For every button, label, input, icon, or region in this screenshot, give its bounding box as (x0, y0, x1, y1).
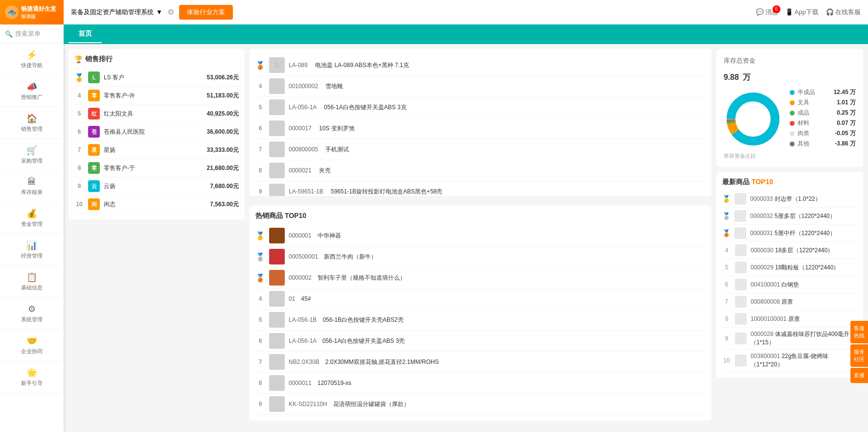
new-product-4[interactable]: 4 0000030 18多层（1220*2440） (722, 242, 857, 259)
new-product-2[interactable]: 🥈 0000032 5厘多层（1220*2440） (722, 208, 857, 225)
system-title-dropdown[interactable]: 装备及固定资产辅助管理系统 ▼ (71, 8, 162, 17)
hot-product-6[interactable]: 6 LA-056-1A 056-1A白色按键开关盖ABS 3壳 (255, 331, 706, 352)
hot-info-6: LA-056-1A 056-1A白色按键开关盖ABS 3壳 (289, 337, 706, 345)
float-buttons: 客服热线 服务社区 直播 (850, 321, 868, 383)
hot-product-8[interactable]: 8 0000011 12070519-xs (255, 373, 706, 394)
community-label: 服务社区 (854, 349, 865, 362)
new-product-6[interactable]: 6 004100001 白钢垫 (722, 276, 857, 293)
settings-icon[interactable]: ⚙ (167, 7, 174, 17)
hot-img-2 (269, 249, 285, 264)
new-product-7[interactable]: 7 000800008 原查 (722, 293, 857, 311)
online-service[interactable]: 🎧 在线客服 (826, 8, 861, 17)
hot-product-9[interactable]: 9 KK-SD22110H 花语萌恒温分罐罐袋（厚款） (255, 394, 706, 415)
float-btn-broadcast[interactable]: 直播 (850, 368, 868, 383)
product-info-3: LA-089 电池盖 LA-089 ABS本色+黑种 7.1克 (289, 61, 706, 70)
rank-avatar-1: L (88, 72, 100, 83)
rank-name-1: LS 客户 (104, 73, 203, 82)
rank-item-3[interactable]: 5 红 红太阳文具 40,925.00元 (74, 105, 239, 123)
sidebar-nav-quick-nav[interactable]: ⚡ 快捷导航 (0, 44, 64, 75)
rank-num-4: 6 (74, 128, 84, 135)
rank-item-8[interactable]: 10 闲 闲态 7,563.00元 (74, 195, 239, 214)
sidebar-nav-finance[interactable]: 💰 资金管理 (0, 202, 64, 234)
system-label: 系统管理 (21, 316, 43, 323)
rank-num-3: 5 (74, 110, 84, 117)
hot-info-9: KK-SD22110H 花语萌恒温分罐罐袋（厚款） (289, 400, 706, 408)
product-info-7: 000800005 手机测试 (289, 145, 706, 154)
hot-product-2[interactable]: 🥈 000500001 新西兰牛肉（新牛） (255, 246, 706, 267)
sidebar-nav-basic[interactable]: 📋 基础信息 (0, 266, 64, 298)
messages-badge[interactable]: 💬 消息 6 (756, 8, 778, 17)
new-product-img-2 (734, 210, 746, 222)
rank-item-2[interactable]: 4 零 零售客户-许 51,183.00元 (74, 87, 239, 105)
rank-item-7[interactable]: 9 云 云扬 7,680.00元 (74, 177, 239, 195)
inventory-label: 库存核算 (21, 189, 43, 196)
hot-info-1: 0000001 中华神器 (289, 232, 706, 240)
product-info-4: 001000002 雪地靴 (289, 82, 706, 91)
rank-num-2: 4 (74, 92, 84, 99)
legend-dot-2 (790, 111, 795, 116)
new-product-8[interactable]: 8 10000100001 原查 (722, 311, 857, 328)
new-product-1[interactable]: 🥇 0000033 封边带（1.0*22） (722, 191, 857, 208)
hot-products-title: 热销商品 TOP10 (255, 212, 706, 220)
product-rank-7[interactable]: 7 000800005 手机测试 (255, 139, 706, 160)
new-product-img-4 (735, 244, 747, 256)
new-product-9[interactable]: 9 0000028 体减嘉枝味苏打饮品400毫升（1*15） (722, 328, 857, 350)
trial-button[interactable]: 体验行业方案 (179, 5, 233, 20)
logo-sub: 标准版 (21, 13, 56, 20)
new-product-5[interactable]: 5 0000029 18颗粒板（1220*2440） (722, 259, 857, 276)
sidebar-nav-guide[interactable]: 🌟 新手引导 (0, 361, 64, 393)
product-img-7 (269, 142, 285, 157)
legend-value-1: 1.01 万 (826, 98, 856, 107)
rank-item-4[interactable]: 6 苍 苍南县人民医院 36,600.00元 (74, 123, 239, 141)
app-download[interactable]: 📱 App下载 (785, 8, 819, 17)
product-img-8 (269, 163, 285, 178)
rank-avatar-7: 云 (88, 180, 100, 192)
rank-item-1[interactable]: 🥇 L LS 客户 53,006.26元 (74, 69, 239, 87)
content-area: 🏆 销售排行 🥇 L LS 客户 53,006.26元 4 零 零售客户-许 5… (64, 44, 868, 432)
rank-name-4: 苍南县人民医院 (104, 128, 203, 136)
hot-product-4[interactable]: 4 01 45# (255, 288, 706, 310)
product-rank-8[interactable]: 8 0000021 夹壳 (255, 160, 706, 181)
hot-product-7[interactable]: 7 NB2.0X30B 2.0X30MM双搓花轴,搓花直径2.1MM/ROHS (255, 352, 706, 373)
sidebar-search[interactable]: 🔍 搜索菜单 (0, 24, 64, 44)
tab-home[interactable]: 首页 (69, 25, 102, 43)
hot-product-3[interactable]: 🥉 0000002 智利车子里（规格不知道填什么） (255, 267, 706, 288)
search-label: 搜索菜单 (15, 29, 41, 38)
hot-img-5 (269, 312, 285, 328)
sidebar-nav-sales[interactable]: 🏠 销售管理 (0, 107, 64, 139)
rank-avatar-5: 星 (88, 144, 100, 156)
legend-label-3: 材料 (798, 119, 823, 127)
rank-item-5[interactable]: 7 星 星扬 33,333.00元 (74, 141, 239, 159)
hot-product-5[interactable]: 5 LA-056-1B 056-1B白色按键开关壳ABS2壳 (255, 310, 706, 331)
online-service-label: 在线客服 (835, 8, 861, 17)
hot-img-1 (269, 228, 285, 243)
product-rank-6[interactable]: 6 0000017 10S 变刹罗煞 (255, 118, 706, 139)
sidebar-nav-cooperation[interactable]: 🤝 企业协同 (0, 330, 64, 361)
float-btn-service[interactable]: 客服热线 (850, 321, 868, 343)
rank-amount-8: 7,563.00元 (210, 200, 239, 209)
product-rank-4[interactable]: 4 001000002 雪地靴 (255, 76, 706, 97)
rank-amount-3: 40,925.00元 (207, 110, 239, 118)
product-rank-3[interactable]: 🥉 G LA-089 电池盖 LA-089 ABS本色+黑种 7.1克 (255, 55, 706, 76)
new-product-img-3 (734, 227, 746, 239)
sidebar-nav-system[interactable]: ⚙ 系统管理 (0, 298, 64, 330)
legend-value-2: 0.25 万 (826, 109, 856, 117)
rank-name-2: 零售客户-许 (104, 92, 203, 100)
rank-avatar-3: 红 (88, 108, 100, 120)
new-product-3[interactable]: 🥉 0000031 5厘中纤（1220*2440） (722, 225, 857, 242)
hot-product-1[interactable]: 🥇 0000001 中华神器 (255, 225, 706, 246)
rank-amount-2: 51,183.00元 (207, 92, 239, 100)
product-rank-9[interactable]: 9 LA-59651-1B 59651-1B旋转投影灯电池盒ABS黑色+58壳 (255, 181, 706, 196)
rank-amount-1: 53,006.26元 (207, 73, 239, 82)
sidebar-nav-inventory[interactable]: 🏛 库存核算 (0, 171, 64, 202)
product-rank-5[interactable]: 5 LA-056-1A 056-1A白色按键开关盖ABS 3克 (255, 97, 706, 118)
sidebar-nav-marketing[interactable]: 📣 营销推广 (0, 75, 64, 107)
new-product-10[interactable]: 10 003800001 22g鱼豆腐-烧烤味（1*12*20） (722, 350, 857, 372)
sidebar-nav-purchase[interactable]: 🛒 采购管理 (0, 139, 64, 171)
float-btn-community[interactable]: 服务社区 (850, 344, 868, 367)
legend-item-4: 肉类 -0.05 万 (790, 129, 856, 138)
rank-item-6[interactable]: 8 零 零售客户-于 21,680.00元 (74, 159, 239, 177)
new-product-info-8: 10000100001 原查 (751, 315, 857, 323)
legend-label-5: 其他 (798, 140, 823, 148)
sidebar-nav-operations[interactable]: 📊 经营管理 (0, 234, 64, 266)
